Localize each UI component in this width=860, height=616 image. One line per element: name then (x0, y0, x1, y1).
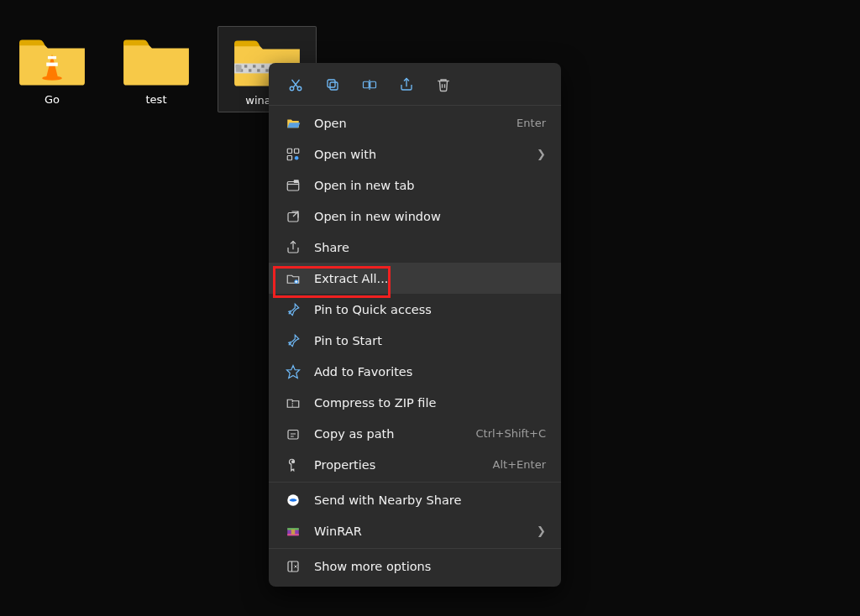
svg-rect-27 (295, 149, 299, 153)
menu-label: Open with (314, 148, 537, 161)
menu-item-extract-all[interactable]: Extract All... (269, 263, 561, 294)
extract-icon (284, 269, 302, 288)
svg-rect-30 (287, 181, 299, 191)
folder-label: test (114, 93, 198, 106)
menu-item-open-with[interactable]: Open with ❯ (269, 138, 561, 170)
chevron-right-icon: ❯ (537, 525, 546, 537)
tab-icon (284, 176, 302, 195)
menu-item-open-new-tab[interactable]: Open in new tab (269, 170, 561, 201)
menu-label: Add to Favorites (314, 365, 546, 378)
svg-rect-25 (370, 81, 376, 88)
svg-rect-7 (244, 65, 247, 67)
more-options-icon (284, 557, 302, 576)
menu-label: Open (314, 117, 517, 130)
svg-rect-42 (288, 561, 298, 572)
menu-item-add-favorites[interactable]: Add to Favorites (269, 356, 561, 387)
svg-rect-8 (249, 69, 251, 71)
menu-label: Compress to ZIP file (314, 396, 546, 410)
menu-shortcut: Enter (517, 117, 546, 129)
folder-icon (114, 29, 198, 88)
svg-point-3 (42, 76, 62, 81)
svg-rect-35 (288, 430, 298, 439)
menu-item-winrar[interactable]: WinRAR ❯ (269, 515, 561, 546)
svg-point-29 (295, 155, 299, 159)
folder-icon (10, 29, 94, 88)
menu-shortcut: Alt+Enter (493, 458, 546, 471)
pin-icon (284, 331, 302, 350)
menu-item-share[interactable]: Share (269, 232, 561, 263)
svg-rect-32 (288, 212, 298, 222)
svg-rect-26 (287, 149, 291, 153)
menu-label: Copy as path (314, 427, 475, 441)
menu-label: Extract All... (314, 272, 546, 285)
share-arrow-icon (284, 238, 302, 257)
svg-rect-10 (257, 69, 260, 71)
open-folder-icon (284, 114, 302, 133)
svg-rect-24 (364, 81, 370, 88)
menu-item-pin-quick-access[interactable]: Pin to Quick access (269, 294, 561, 325)
nearby-share-icon (284, 491, 302, 509)
menu-label: Properties (314, 458, 493, 472)
copy-path-icon (284, 425, 302, 443)
svg-rect-28 (287, 155, 291, 159)
menu-label: Pin to Start (314, 334, 546, 347)
menu-shortcut: Ctrl+Shift+C (475, 427, 546, 440)
menu-label: Send with Nearby Share (314, 493, 546, 507)
svg-rect-31 (294, 180, 299, 183)
folder-label: Go (10, 93, 94, 106)
separator (269, 105, 561, 106)
pin-icon (284, 300, 302, 319)
share-icon[interactable] (398, 76, 415, 93)
desktop-item-go[interactable]: Go (10, 29, 94, 106)
menu-item-open-new-window[interactable]: Open in new window (269, 201, 561, 232)
svg-point-36 (292, 460, 295, 462)
cut-icon[interactable] (287, 76, 304, 93)
svg-rect-2 (48, 56, 56, 59)
separator (269, 548, 561, 549)
menu-label: Pin to Quick access (314, 303, 546, 316)
menu-label: Share (314, 241, 546, 254)
rename-icon[interactable] (361, 76, 378, 93)
copy-icon[interactable] (324, 76, 341, 93)
svg-rect-41 (291, 529, 296, 534)
svg-point-21 (297, 86, 302, 91)
menu-label: Open in new window (314, 210, 546, 223)
svg-rect-9 (253, 65, 255, 67)
context-menu-toolbar (269, 68, 561, 103)
desktop: Go test (0, 0, 860, 616)
delete-icon[interactable] (435, 76, 452, 93)
menu-label: Open in new tab (314, 179, 546, 192)
menu-item-pin-start[interactable]: Pin to Start (269, 325, 561, 356)
menu-item-nearby-share[interactable]: Send with Nearby Share (269, 484, 561, 515)
menu-item-properties[interactable]: Properties Alt+Enter (269, 449, 561, 480)
svg-point-20 (290, 86, 294, 91)
open-with-icon (284, 145, 302, 164)
separator (269, 482, 561, 483)
svg-rect-11 (261, 65, 264, 67)
svg-rect-1 (46, 63, 58, 66)
window-new-icon (284, 207, 302, 226)
winrar-icon (284, 522, 302, 540)
svg-rect-22 (330, 82, 338, 90)
menu-item-show-more-options[interactable]: Show more options (269, 551, 561, 582)
menu-label: Show more options (314, 560, 546, 573)
svg-rect-23 (328, 80, 335, 87)
desktop-item-test[interactable]: test (114, 29, 198, 106)
menu-item-compress-zip[interactable]: Compress to ZIP file (269, 387, 561, 418)
zip-icon (284, 394, 302, 412)
menu-item-copy-as-path[interactable]: Copy as path Ctrl+Shift+C (269, 418, 561, 449)
menu-label: WinRAR (314, 525, 537, 538)
properties-icon (284, 456, 302, 474)
chevron-right-icon: ❯ (537, 148, 546, 160)
menu-item-open[interactable]: Open Enter (269, 107, 561, 138)
svg-rect-19 (236, 65, 242, 71)
context-menu: Open Enter Open with ❯ Open in new tab O… (269, 63, 561, 587)
svg-marker-34 (287, 365, 300, 378)
star-icon (284, 363, 302, 381)
